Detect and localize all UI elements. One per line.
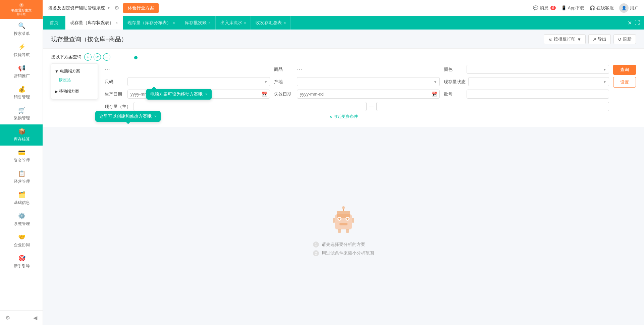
tab-inout-flow[interactable]: 出入库流水 ×	[216, 16, 251, 30]
svg-rect-11	[333, 218, 335, 223]
message-badge: 6	[550, 6, 556, 10]
sidebar-item-inventory[interactable]: 📦 库存核算	[0, 124, 43, 146]
sidebar-item-quick-nav[interactable]: ⚡ 快捷导航	[0, 40, 43, 61]
expire-date-input[interactable]	[297, 90, 439, 99]
tab-inventory-dist[interactable]: 现存量（库存分布表） ×	[123, 16, 180, 30]
export-button[interactable]: ↗ 导出	[588, 34, 611, 44]
close-tab-inventory-batch[interactable]: ×	[209, 21, 211, 25]
filter-field-origin: 产地 ▼	[274, 77, 439, 86]
produce-date-label: 生产日期	[105, 91, 125, 97]
settings-icon[interactable]: ⚙	[5, 315, 10, 321]
svg-rect-8	[339, 223, 347, 225]
filter-field-color: 颜色 ▼	[444, 65, 609, 74]
print-dropdown-icon: ▼	[577, 37, 581, 42]
filter-row-2: 尺码 ▼ 产地	[105, 77, 609, 86]
svg-rect-3	[337, 211, 350, 218]
tab-close-icon[interactable]: ✕	[628, 20, 632, 26]
add-scheme-button[interactable]: +	[84, 53, 92, 61]
svg-text:6: 6	[21, 4, 22, 6]
search-button[interactable]: 查询	[613, 65, 636, 75]
sidebar: 6 畅捷通好生意 标准版 🔍 搜索菜单 ⚡ 快捷导航 📢 营销推广 💰 销售管理…	[0, 0, 43, 325]
origin-select-wrapper: ▼	[297, 77, 439, 86]
svg-rect-13	[338, 229, 341, 233]
collapse-sidebar-icon[interactable]: ◀	[33, 315, 37, 321]
filter-header: 按以下方案查询 + ⟳ ←	[51, 53, 636, 61]
sidebar-item-system[interactable]: ⚙️ 系统管理	[0, 209, 43, 230]
tooltip-2-close-icon[interactable]: ×	[154, 114, 157, 119]
size-select[interactable]	[127, 77, 270, 86]
tooltip-bubble-1: 电脑方案可设为移动方案哦 ×	[146, 89, 212, 100]
filter-actions: + ⟳ ←	[84, 53, 110, 61]
stock-qty-max-input[interactable]	[376, 102, 609, 111]
close-tab-inventory-dist[interactable]: ×	[173, 21, 175, 25]
sidebar-item-enterprise[interactable]: 🤝 企业协同	[0, 230, 43, 251]
collapse-icon: ∧	[329, 114, 332, 119]
stock-qty-min-input[interactable]	[133, 102, 367, 111]
user-nav-item[interactable]: 👤 用户	[619, 3, 639, 13]
origin-select[interactable]	[297, 77, 439, 86]
inventory-status-select-wrapper: ▼	[468, 77, 609, 86]
sidebar-item-marketing[interactable]: 📢 营销推广	[0, 61, 43, 82]
print-button[interactable]: 🖨 按模板打印 ▼	[544, 34, 586, 44]
empty-state: 1 请先选择要分析的方案 2 用过滤条件来缩小分析范围	[43, 127, 644, 325]
message-icon: 💬	[533, 5, 538, 10]
expire-date-label: 失效日期	[274, 91, 294, 97]
sidebar-item-operation[interactable]: 📋 经营管理	[0, 167, 43, 188]
sidebar-bottom: ⚙ ◀	[0, 310, 43, 325]
svg-rect-14	[346, 229, 349, 233]
avatar-icon: 👤	[622, 6, 627, 10]
produce-date-calendar-icon[interactable]: 📅	[262, 92, 267, 97]
expire-date-calendar-icon[interactable]: 📅	[431, 92, 437, 97]
filter-grid: ⋯ 商品 ⋯ 颜色 ▼	[105, 65, 636, 111]
enterprise-icon: 🤝	[18, 233, 25, 241]
prev-scheme-button[interactable]: ←	[103, 53, 110, 61]
scheme-group-mobile-header[interactable]: ▶ 移动端方案	[51, 87, 98, 96]
tab-inventory-status[interactable]: 现存量（库存状况表） ×	[65, 16, 123, 30]
sidebar-item-guide[interactable]: 🎯 新手引导	[0, 251, 43, 272]
inventory-icon: 📦	[18, 128, 25, 135]
message-nav-item[interactable]: 💬 消息 6	[533, 5, 556, 11]
svg-rect-12	[352, 218, 354, 223]
tab-receive-summary[interactable]: 收发存汇总表 ×	[251, 16, 291, 30]
sidebar-item-search-menu[interactable]: 🔍 搜索菜单	[0, 19, 43, 40]
sidebar-item-basic[interactable]: 🗂️ 基础信息	[0, 188, 43, 209]
marketing-icon: 📢	[18, 64, 25, 72]
topnav-settings-icon[interactable]: ⚙	[114, 5, 119, 11]
scheme-group-desktop-header[interactable]: ▼ 电脑端方案	[51, 67, 98, 75]
app-download-nav-item[interactable]: 📱 App下载	[561, 5, 584, 11]
close-tab-receive-summary[interactable]: ×	[284, 21, 286, 25]
scheme-item-desktop-1[interactable]: 按照品	[51, 75, 98, 85]
tab-inventory-batch[interactable]: 库存批次账 ×	[180, 16, 216, 30]
tab-home[interactable]: 首页	[43, 16, 65, 30]
top-nav-left: 装备及固定资产辅助管理系统 ▼ ⚙ 体验行业方案	[48, 3, 159, 13]
product-label: 商品	[274, 66, 294, 72]
close-tab-inout-flow[interactable]: ×	[244, 21, 246, 25]
filter-area: 按以下方案查询 + ⟳ ← ▼ 电脑端方案 按照品	[43, 48, 644, 127]
tooltip-1-close-icon[interactable]: ×	[205, 92, 208, 97]
sidebar-item-sales[interactable]: 💰 销售管理	[0, 82, 43, 103]
empty-tip-1-text: 请先选择要分析的方案	[322, 241, 365, 248]
batch-input[interactable]	[467, 90, 609, 99]
expire-date-wrap: 📅	[297, 90, 439, 99]
svg-point-7	[346, 218, 348, 220]
empty-tip-2: 2 用过滤条件来缩小分析范围	[313, 250, 374, 256]
inventory-status-select[interactable]	[468, 77, 609, 86]
industry-button[interactable]: 体验行业方案	[123, 3, 159, 13]
collapse-label: 收起更多条件	[334, 114, 358, 119]
sidebar-item-purchase[interactable]: 🛒 采购管理	[0, 103, 43, 124]
print-icon: 🖨	[548, 37, 552, 42]
empty-tip-1: 1 请先选择要分析的方案	[313, 241, 374, 248]
scheme-sidebar: ▼ 电脑端方案 按照品 ▶ 移动端方案	[51, 63, 98, 99]
close-tab-inventory-status[interactable]: ×	[116, 21, 118, 25]
refresh-button[interactable]: ↺ 刷新	[613, 34, 636, 44]
product-dots-icon[interactable]: ⋯	[297, 66, 302, 72]
sidebar-item-finance[interactable]: 💳 资金管理	[0, 146, 43, 167]
online-service-nav-item[interactable]: 🎧 在线客服	[590, 5, 614, 11]
warehouse-dots-icon[interactable]: ⋯	[105, 66, 110, 72]
color-select[interactable]	[467, 65, 609, 74]
system-name[interactable]: 装备及固定资产辅助管理系统 ▼	[48, 5, 110, 11]
content-area: 现存量查询（按仓库+商品） 🖨 按模板打印 ▼ ↗ 导出 ↺ 刷新	[43, 30, 644, 325]
reset-button[interactable]: 设置	[613, 77, 636, 88]
edit-scheme-button[interactable]: ⟳	[94, 53, 101, 61]
tab-fullscreen-icon[interactable]: ⛶	[635, 20, 640, 26]
